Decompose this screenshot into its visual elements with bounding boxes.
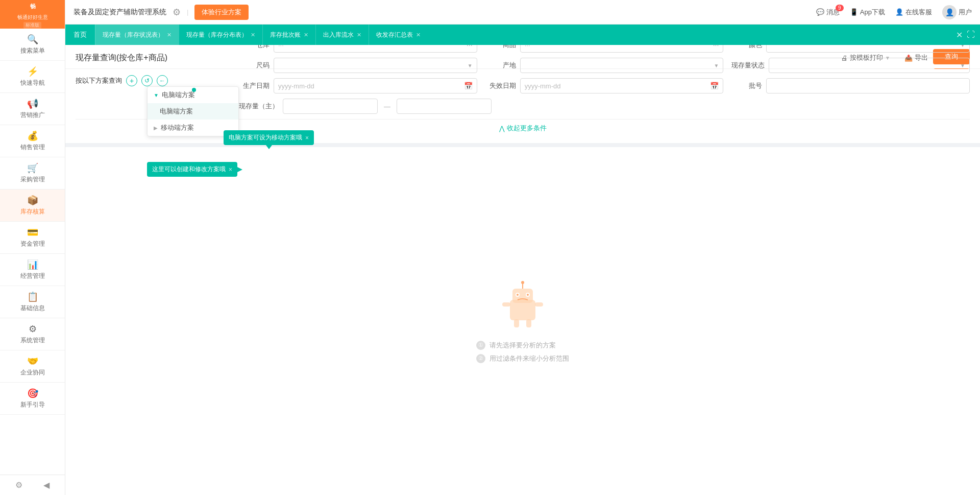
user-btn[interactable]: 👤 用户 — [942, 5, 972, 19]
svg-rect-8 — [502, 302, 510, 307]
expand-icon: ▼ — [154, 92, 159, 98]
sidebar-item-inventory[interactable]: 📦 库存核算 — [0, 190, 65, 222]
tab-close-icon[interactable]: ✕ — [167, 32, 172, 38]
filter-row-2: 尺码 ▼ 产地 ▼ — [239, 58, 970, 73]
tooltip-close-btn-2[interactable]: × — [229, 166, 232, 173]
tab-close-icon[interactable]: ✕ — [251, 32, 255, 38]
filter-refresh-btn[interactable]: ↺ — [141, 75, 153, 86]
tooltip-scheme-convert: 电脑方案可设为移动方案哦 × — [224, 130, 314, 145]
tab-close-icon[interactable]: ✕ — [416, 32, 421, 38]
stock-main-from-input[interactable] — [287, 103, 373, 110]
filter-back-btn[interactable]: ← — [157, 75, 168, 86]
sidebar-item-operation[interactable]: 📊 经营管理 — [0, 254, 65, 286]
sidebar-item-label: 经营管理 — [20, 272, 45, 280]
goods-input[interactable]: ··· ··· — [520, 45, 724, 53]
online-service-btn[interactable]: 👤 在线客服 — [895, 8, 932, 17]
tab-collection-summary[interactable]: 收发存汇总表 ✕ — [369, 25, 428, 45]
tab-close-icon[interactable]: ✕ — [304, 32, 308, 38]
dots-placeholder: ··· — [525, 45, 530, 49]
tab-close-all-btn[interactable]: ✕ — [956, 30, 963, 40]
scheme-item-pc-1[interactable]: 电脑端方案 — [148, 103, 238, 120]
section-divider — [65, 143, 980, 147]
sidebar-item-quick-nav[interactable]: ⚡ 快速导航 — [0, 61, 65, 93]
header-settings-icon[interactable]: ⚙ — [173, 7, 181, 18]
stock-main-to[interactable] — [397, 99, 492, 114]
origin-label: 产地 — [485, 61, 516, 70]
tooltip-create-scheme: 这里可以创建和修改方案哦 × — [147, 162, 237, 177]
origin-dropdown[interactable]: ▼ — [520, 58, 724, 73]
app-download-label: App下载 — [860, 8, 885, 17]
logo-icon: 畅 — [24, 0, 41, 13]
sidebar-item-guide[interactable]: 🎯 新手引导 — [0, 383, 65, 415]
tab-bar: 首页 现存量（库存状况表） ✕ 现存量（库存分布表） ✕ 库存批次账 ✕ 出入库… — [65, 25, 980, 45]
tab-close-icon[interactable]: ✕ — [357, 32, 361, 38]
main-area: 装备及固定资产辅助管理系统 ⚙ | 体验行业方案 💬 消息 9 📱 App下载 … — [65, 0, 980, 495]
purchase-icon: 🛒 — [27, 162, 38, 174]
filter-add-btn[interactable]: + — [126, 75, 137, 86]
sidebar-item-basic-info[interactable]: 📋 基础信息 — [0, 286, 65, 318]
sidebar-settings-btn[interactable]: ⚙ — [15, 480, 22, 490]
calendar-icon[interactable]: 📅 — [464, 82, 473, 90]
svg-point-6 — [517, 294, 519, 296]
stock-main-to-input[interactable] — [401, 103, 487, 110]
app-download-btn[interactable]: 📱 App下载 — [850, 8, 885, 17]
filter-field-origin: 产地 ▼ — [485, 58, 724, 73]
stock-status-label: 现存量状态 — [731, 61, 765, 70]
tab-label: 现存量（库存分布表） — [186, 31, 248, 39]
sidebar-item-label: 快速导航 — [20, 79, 45, 87]
messages-btn[interactable]: 💬 消息 9 — [816, 8, 840, 17]
sidebar-item-purchase[interactable]: 🛒 采购管理 — [0, 157, 65, 190]
message-icon: 💬 — [816, 8, 824, 16]
refresh-small-icon: ↺ — [144, 77, 150, 84]
produce-date-field[interactable] — [278, 82, 464, 90]
sidebar-item-cooperation[interactable]: 🤝 企业协同 — [0, 350, 65, 383]
svg-rect-9 — [535, 302, 543, 307]
produce-date-input[interactable]: 📅 — [274, 78, 477, 93]
dots-icon: ··· — [467, 45, 473, 49]
warehouse-label: 仓库 — [239, 45, 270, 50]
calendar-icon[interactable]: 📅 — [710, 82, 719, 90]
message-badge: 9 — [836, 5, 844, 11]
expire-date-input[interactable]: 📅 — [520, 78, 724, 93]
produce-date-label: 生产日期 — [239, 81, 270, 90]
step-text-1: 请先选择要分析的方案 — [489, 341, 556, 350]
sidebar-item-finance[interactable]: 💳 资金管理 — [0, 222, 65, 254]
stock-main-from[interactable] — [283, 99, 378, 114]
marketing-icon: 📢 — [27, 98, 38, 109]
phone-icon: 📱 — [850, 8, 858, 16]
step-text-2: 用过滤条件来缩小分析范围 — [489, 354, 569, 363]
tooltip-close-btn[interactable]: × — [305, 134, 309, 142]
tab-home[interactable]: 首页 — [65, 25, 95, 45]
tab-maximize-btn[interactable]: ⛶ — [967, 30, 975, 39]
sidebar-collapse-btn[interactable]: ◀ — [43, 480, 50, 490]
tab-inventory-dist[interactable]: 现存量（库存分布表） ✕ — [179, 25, 262, 45]
sidebar-item-label: 系统管理 — [20, 336, 45, 345]
sidebar-item-label: 基础信息 — [20, 304, 45, 313]
sidebar-item-system[interactable]: ⚙ 系统管理 — [0, 318, 65, 350]
collapse-icon: ▶ — [154, 125, 158, 131]
connector-dot — [192, 88, 196, 92]
inventory-icon: 📦 — [27, 195, 38, 206]
content-area: 现存量查询(按仓库+商品) 🖨 按模板打印 ▼ 📤 导出 🔄 刷新 — [65, 45, 980, 495]
filter-row-1: 仓库 ··· ··· 商品 ··· ··· — [239, 45, 970, 53]
expire-date-field[interactable] — [525, 82, 710, 90]
warehouse-input[interactable]: ··· ··· — [274, 45, 477, 53]
svg-rect-11 — [526, 319, 531, 327]
empty-illustration — [497, 279, 548, 331]
size-dropdown[interactable]: ▼ — [274, 58, 477, 73]
top-header: 装备及固定资产辅助管理系统 ⚙ | 体验行业方案 💬 消息 9 📱 App下载 … — [65, 0, 980, 25]
batch-no-field[interactable] — [771, 82, 965, 90]
sidebar-item-search[interactable]: 🔍 搜索菜单 — [0, 29, 65, 61]
empty-step-1: ① 请先选择要分析的方案 — [476, 341, 569, 350]
sidebar-item-marketing[interactable]: 📢 营销推广 — [0, 93, 65, 125]
tab-inventory-status[interactable]: 现存量（库存状况表） ✕ — [95, 25, 179, 45]
sidebar-item-sales[interactable]: 💰 销售管理 — [0, 125, 65, 157]
filter-row-4: 现存量（主） — — [239, 99, 970, 114]
industry-btn[interactable]: 体验行业方案 — [194, 5, 249, 20]
tab-inout-flow[interactable]: 出入库流水 ✕ — [315, 25, 369, 45]
batch-no-input[interactable] — [766, 78, 970, 93]
tab-batch-ledger[interactable]: 库存批次账 ✕ — [262, 25, 315, 45]
sidebar: 畅 畅通好好生意 标准版 🔍 搜索菜单 ⚡ 快速导航 📢 营销推广 💰 销售管理… — [0, 0, 65, 495]
stock-status-dropdown[interactable]: ▼ — [769, 58, 970, 73]
color-dropdown[interactable]: ▼ — [766, 45, 970, 53]
